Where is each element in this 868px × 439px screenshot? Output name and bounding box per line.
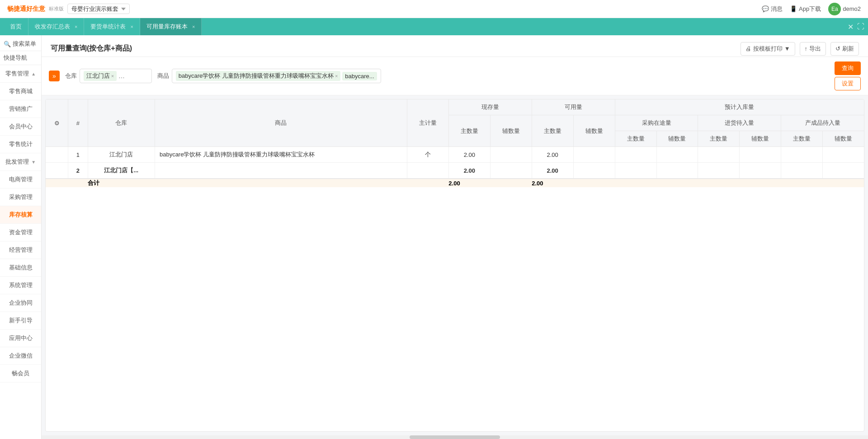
page-header: 可用量查询(按仓库+商品) 🖨 按模板打印 ▼ ↑ 导出 ↺ 刷新 [42,35,868,57]
filter-toggle-btn[interactable]: » [49,71,60,81]
sidebar-item-system[interactable]: 系统管理 [0,277,41,294]
sidebar-item-vip[interactable]: 畅会员 [0,365,41,382]
user-btn[interactable]: Ea demo2 [828,3,861,15]
message-btn[interactable]: 💬 消息 [762,5,783,13]
sidebar-item-retail-mall[interactable]: 零售商城 [0,83,41,100]
warehouse-more-btn[interactable]: ... [118,72,124,80]
row1-available-main: 2.00 [532,147,573,163]
sidebar-item-retail-stats[interactable]: 零售统计 [0,136,41,153]
nav-tabs: 首页 收发存汇总表 × 要货单统计表 × 可用量库存账本 × ✕ ⛶ [0,18,868,35]
sidebar-item-retail-mgmt[interactable]: 零售管理 ▲ [0,65,41,83]
summary-purchase-main [615,179,656,187]
summary-label: 合计 [88,179,155,187]
refresh-icon: ↺ [835,45,840,52]
sidebar-search[interactable]: 🔍 搜索菜单 [0,35,41,51]
app-download-btn[interactable]: 📱 App下载 [790,5,821,13]
filter-bar: » 仓库 江北门店 × ... 商品 babycare学饮杯 儿童防摔防撞吸管杯… [42,57,868,95]
th-main-unit: 主计量 [407,99,448,147]
print-icon: 🖨 [745,45,751,52]
main-table: ⚙ # 仓库 商品 主计量 现存量 可用量 预计入库量 主数量 辅数量 主数量 … [46,99,864,187]
sidebar-item-app-center[interactable]: 应用中心 [0,330,41,347]
row1-available-aux [573,147,615,163]
table-wrapper: ⚙ # 仓库 商品 主计量 现存量 可用量 预计入库量 主数量 辅数量 主数量 … [45,99,864,432]
chevron-down-icon: ▼ [784,45,790,52]
search-icon: 🔍 [4,41,11,47]
warehouse-tag-jiangbei: 江北门店 × [84,71,117,81]
setting-btn[interactable]: 设置 [835,77,861,90]
scrollbar-track[interactable] [42,435,868,439]
th-purchase-aux: 辅数量 [656,131,698,147]
tab-close-all-btn[interactable]: ✕ [848,23,854,31]
row2-product [155,163,407,179]
th-stock-aux: 辅数量 [490,115,532,147]
th-available-main: 主数量 [532,115,573,147]
th-gear[interactable]: ⚙ [46,99,68,147]
row2-stock-main: 2.00 [448,163,490,179]
sidebar-item-marketing[interactable]: 营销推广 [0,100,41,118]
scrollbar-thumb[interactable] [410,435,500,439]
sidebar-item-basic-info[interactable]: 基础信息 [0,259,41,277]
tab-demand[interactable]: 要货单统计表 × [84,18,140,35]
tab-available[interactable]: 可用量库存账本 × [140,18,202,35]
sidebar-item-operations[interactable]: 经营管理 [0,241,41,259]
row2-production-aux [823,163,864,179]
tab-home-label: 首页 [10,23,22,31]
row2-available-main: 2.00 [532,163,573,179]
warehouse-tag-input[interactable]: 江北门店 × ... [80,69,152,83]
row1-product: babycare学饮杯 儿童防摔防撞吸管杯重力球吸嘴杯宝宝水杯 [155,147,407,163]
message-icon: 💬 [762,5,769,12]
th-incoming: 进货待入量 [698,115,781,131]
content-area: 可用量查询(按仓库+商品) 🖨 按模板打印 ▼ ↑ 导出 ↺ 刷新 » [42,35,868,439]
sidebar-item-wechat-work[interactable]: 企业微信 [0,347,41,365]
query-btn[interactable]: 查询 [835,61,861,75]
row1-incoming-aux [740,147,781,163]
refresh-btn[interactable]: ↺ 刷新 [830,42,859,56]
warehouse-label: 仓库 [65,72,77,80]
row1-stock-aux [490,147,532,163]
account-dropdown[interactable]: 母婴行业演示账套 [67,4,130,14]
sidebar: 🔍 搜索菜单 快捷导航 零售管理 ▲ 零售商城 营销推广 会员中心 零售统计 批… [0,35,42,439]
row2-stock-aux [490,163,532,179]
tab-inout-close[interactable]: × [75,24,77,29]
sidebar-item-wholesale[interactable]: 批发管理 ▼ [0,153,41,171]
sidebar-item-finance[interactable]: 资金管理 [0,224,41,241]
sidebar-item-enterprise[interactable]: 企业协同 [0,294,41,312]
tab-inout[interactable]: 收发存汇总表 × [28,18,84,35]
filter-actions: 查询 设置 [835,61,861,90]
tab-demand-close[interactable]: × [130,24,133,29]
th-available-group: 可用量 [532,99,615,115]
row1-seq: 1 [68,147,88,163]
export-btn[interactable]: ↑ 导出 [800,42,826,56]
sidebar-item-inventory[interactable]: 库存核算 [0,206,41,224]
warehouse-tag-remove[interactable]: × [111,73,114,79]
summary-incoming-aux [740,179,781,187]
summary-unit [407,179,448,187]
row1-gear [46,147,68,163]
app-label: App下载 [799,5,821,13]
tab-home[interactable]: 首页 [4,18,28,35]
product-tag-input[interactable]: babycare学饮杯 儿童防摔防撞吸管杯重力球吸嘴杯宝宝水杯 × babyca… [172,69,381,83]
summary-available-aux [573,179,615,187]
th-purchase-main: 主数量 [615,131,656,147]
row2-purchase-aux [656,163,698,179]
summary-stock-main: 2.00 [448,179,490,187]
product-tag-1-remove[interactable]: × [335,73,338,79]
tab-expand-btn[interactable]: ⛶ [857,23,864,31]
warehouse-filter-group: 仓库 江北门店 × ... [65,69,152,83]
row2-incoming-aux [740,163,781,179]
th-incoming-aux: 辅数量 [740,131,781,147]
tab-available-close[interactable]: × [192,24,195,29]
sidebar-item-member[interactable]: 会员中心 [0,118,41,136]
sidebar-quicknav[interactable]: 快捷导航 [0,51,41,65]
summary-incoming-main [698,179,740,187]
sidebar-item-purchase[interactable]: 采购管理 [0,189,41,206]
row1-purchase-main [615,147,656,163]
th-purchase-transit: 采购在途量 [615,115,698,131]
print-btn[interactable]: 🖨 按模板打印 ▼ [741,42,795,56]
row2-seq: 2 [68,163,88,179]
summary-product [155,179,407,187]
sidebar-item-guide[interactable]: 新手引导 [0,312,41,330]
gear-icon: ⚙ [54,120,60,127]
row1-production-aux [823,147,864,163]
sidebar-item-ecommerce[interactable]: 电商管理 [0,171,41,189]
